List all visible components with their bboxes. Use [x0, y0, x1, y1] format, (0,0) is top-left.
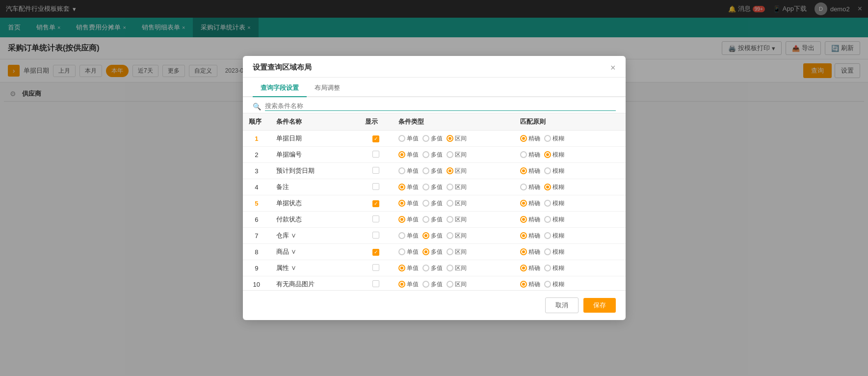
match-radio-fuzzy[interactable]: 模糊	[544, 199, 564, 208]
radio-label-multi: 多值	[431, 215, 443, 224]
show-checkbox[interactable]	[372, 135, 379, 142]
row-match[interactable]: 精确模糊	[514, 276, 625, 291]
row-show[interactable]	[359, 131, 393, 147]
row-type[interactable]: 单值多值区间	[393, 244, 515, 260]
match-radio-fuzzy[interactable]: 模糊	[544, 167, 564, 175]
type-radio-single[interactable]: 单值	[398, 264, 419, 272]
row-type[interactable]: 单值多值区间	[393, 179, 515, 195]
row-type[interactable]: 单值多值区间	[393, 228, 515, 244]
match-radio-exact[interactable]: 精确	[520, 134, 540, 143]
show-checkbox[interactable]	[372, 200, 379, 207]
tab-layout-adjust[interactable]: 布局调整	[307, 80, 348, 97]
type-radio-multi[interactable]: 多值	[422, 134, 443, 143]
radio-circle-range	[447, 200, 453, 207]
match-radio-exact[interactable]: 精确	[520, 167, 540, 175]
row-show[interactable]	[359, 195, 393, 212]
match-radio-fuzzy[interactable]: 模糊	[544, 264, 564, 272]
cancel-button[interactable]: 取消	[545, 297, 579, 313]
type-radio-multi[interactable]: 多值	[422, 215, 443, 224]
row-show[interactable]	[359, 179, 393, 195]
type-radio-single[interactable]: 单值	[398, 280, 419, 289]
row-type[interactable]: 单值多值区间	[393, 163, 515, 179]
show-checkbox[interactable]	[372, 151, 379, 158]
type-radio-single[interactable]: 单值	[398, 248, 419, 256]
row-match[interactable]: 精确模糊	[514, 131, 625, 147]
match-radio-fuzzy[interactable]: 模糊	[544, 280, 564, 289]
row-type[interactable]: 单值多值区间	[393, 131, 515, 147]
type-radio-multi[interactable]: 多值	[422, 151, 443, 159]
row-match[interactable]: 精确模糊	[514, 163, 625, 179]
row-match[interactable]: 精确模糊	[514, 179, 625, 195]
match-radio-exact[interactable]: 精确	[520, 183, 540, 191]
row-type[interactable]: 单值多值区间	[393, 212, 515, 228]
type-radio-range[interactable]: 区间	[447, 232, 467, 240]
search-input[interactable]	[265, 102, 616, 111]
row-show[interactable]	[359, 244, 393, 260]
save-button[interactable]: 保存	[583, 298, 616, 313]
type-radio-single[interactable]: 单值	[398, 232, 419, 240]
show-checkbox[interactable]	[372, 264, 379, 271]
show-checkbox[interactable]	[372, 183, 379, 190]
type-radio-multi[interactable]: 多值	[422, 183, 443, 191]
type-radio-multi[interactable]: 多值	[422, 280, 443, 289]
row-show[interactable]	[359, 163, 393, 179]
type-radio-multi[interactable]: 多值	[422, 232, 443, 240]
match-radio-exact[interactable]: 精确	[520, 248, 540, 256]
type-radio-range[interactable]: 区间	[447, 280, 467, 289]
match-radio-fuzzy[interactable]: 模糊	[544, 151, 564, 159]
row-show[interactable]	[359, 212, 393, 228]
modal-close-button[interactable]: ×	[610, 63, 616, 72]
type-radio-single[interactable]: 单值	[398, 215, 419, 224]
type-radio-range[interactable]: 区间	[447, 199, 467, 208]
show-checkbox[interactable]	[372, 167, 379, 174]
match-radio-fuzzy[interactable]: 模糊	[544, 183, 564, 191]
row-type[interactable]: 单值多值区间	[393, 147, 515, 163]
type-radio-single[interactable]: 单值	[398, 183, 419, 191]
match-radio-exact[interactable]: 精确	[520, 215, 540, 224]
type-radio-range[interactable]: 区间	[447, 248, 467, 256]
match-radio-fuzzy[interactable]: 模糊	[544, 215, 564, 224]
type-radio-single[interactable]: 单值	[398, 167, 419, 175]
type-radio-multi[interactable]: 多值	[422, 199, 443, 208]
type-radio-range[interactable]: 区间	[447, 134, 467, 143]
row-show[interactable]	[359, 147, 393, 163]
match-radio-fuzzy[interactable]: 模糊	[544, 232, 564, 240]
match-radio-exact[interactable]: 精确	[520, 280, 540, 289]
match-radio-fuzzy[interactable]: 模糊	[544, 134, 564, 143]
type-radio-range[interactable]: 区间	[447, 183, 467, 191]
row-match[interactable]: 精确模糊	[514, 260, 625, 276]
show-checkbox[interactable]	[372, 280, 379, 287]
tab-query-fields[interactable]: 查询字段设置	[253, 80, 307, 97]
radio-circle-single	[398, 248, 405, 255]
row-type[interactable]: 单值多值区间	[393, 195, 515, 212]
match-radio-fuzzy[interactable]: 模糊	[544, 248, 564, 256]
show-checkbox[interactable]	[372, 232, 379, 239]
row-show[interactable]	[359, 276, 393, 291]
type-radio-single[interactable]: 单值	[398, 199, 419, 208]
show-checkbox[interactable]	[372, 215, 379, 222]
row-match[interactable]: 精确模糊	[514, 244, 625, 260]
row-type[interactable]: 单值多值区间	[393, 276, 515, 291]
type-radio-single[interactable]: 单值	[398, 151, 419, 159]
type-radio-range[interactable]: 区间	[447, 264, 467, 272]
match-radio-exact[interactable]: 精确	[520, 199, 540, 208]
type-radio-multi[interactable]: 多值	[422, 167, 443, 175]
type-radio-range[interactable]: 区间	[447, 167, 467, 175]
row-show[interactable]	[359, 260, 393, 276]
match-radio-exact[interactable]: 精确	[520, 232, 540, 240]
show-checkbox[interactable]	[372, 249, 379, 256]
row-show[interactable]	[359, 228, 393, 244]
type-radio-multi[interactable]: 多值	[422, 248, 443, 256]
row-type[interactable]: 单值多值区间	[393, 260, 515, 276]
type-radio-range[interactable]: 区间	[447, 215, 467, 224]
row-match[interactable]: 精确模糊	[514, 147, 625, 163]
type-radio-single[interactable]: 单值	[398, 134, 419, 143]
type-radio-range[interactable]: 区间	[447, 151, 467, 159]
row-match[interactable]: 精确模糊	[514, 195, 625, 212]
row-match[interactable]: 精确模糊	[514, 228, 625, 244]
match-radio-exact[interactable]: 精确	[520, 264, 540, 272]
row-match[interactable]: 精确模糊	[514, 212, 625, 228]
match-radio-exact[interactable]: 精确	[520, 151, 540, 159]
type-radio-multi[interactable]: 多值	[422, 264, 443, 272]
radio-circle-multi	[422, 184, 429, 190]
